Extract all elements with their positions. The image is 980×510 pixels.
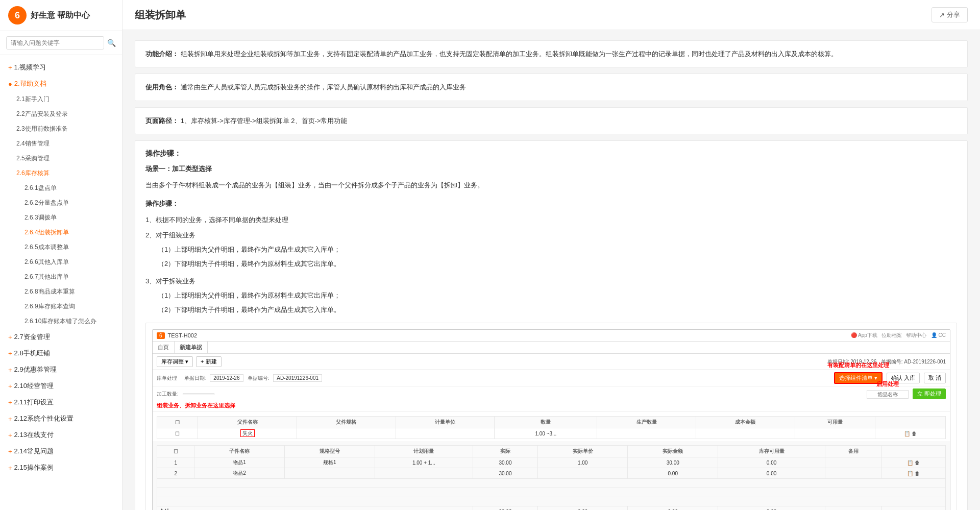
table-row: 1 物品1 规格1 1.00 + 1... 30.00 1.00 30.00 0… bbox=[157, 457, 946, 468]
sidebar-item-cases[interactable]: + 2.15操作案例 bbox=[0, 459, 122, 476]
sim-top-icons: 🔴 App下载 位助档案 帮助中心 👤 CC bbox=[851, 332, 946, 339]
sim-btn-new[interactable]: + 新建 bbox=[196, 356, 221, 367]
sidebar-item-assembly[interactable]: 2.6.4组装拆卸单 bbox=[0, 225, 122, 240]
sidebar-item-stock-ledger[interactable]: 2.6.9库存账本查询 bbox=[0, 299, 122, 314]
sidebar-item-operation[interactable]: + 2.10经营管理 bbox=[0, 378, 122, 394]
sim-type-row: 库单处理 单据日期: 2019-12-26 单据编号: AD-20191226-… bbox=[157, 372, 946, 384]
plus-icon-print: + bbox=[8, 399, 12, 406]
table-footer: 合计 99.08 0.00 0.00 0.00 bbox=[157, 506, 946, 510]
sim-assembly-btn[interactable]: 选择组件清单 ▾ bbox=[834, 372, 883, 384]
sidebar-item-personalize[interactable]: + 2.12系统个性化设置 bbox=[0, 410, 122, 427]
td-available bbox=[795, 428, 875, 439]
sidebar-item-new-user[interactable]: 2.1新手入门 bbox=[0, 92, 122, 107]
sim-enable-input: 货品名称 bbox=[867, 390, 909, 399]
path-text: 1、库存核算->库存管理->组装拆卸单 2、首页->常用功能 bbox=[181, 117, 348, 125]
sim-annotation-section: 库单处理 单据日期: 2019-12-26 单据编号: AD-20191226-… bbox=[153, 370, 950, 386]
sidebar-item-purchase[interactable]: 2.5采购管理 bbox=[0, 151, 122, 166]
minus-icon: ● bbox=[8, 80, 12, 88]
sidebar-item-other-in[interactable]: 2.6.6其他入库单 bbox=[0, 255, 122, 270]
sim-assembly-btn-container: 选择组件清单 ▾ 有装配清单的在这里处理 bbox=[834, 372, 883, 384]
sidebar-item-online-pay[interactable]: + 2.13在线支付 bbox=[0, 427, 122, 443]
th-sub-name: 子件名称 bbox=[194, 446, 285, 457]
sidebar-item-install[interactable]: 2.2产品安装及登录 bbox=[0, 107, 122, 122]
sim-apply-btn[interactable]: 立 即处理 bbox=[913, 388, 946, 399]
th-parent-spec: 父件规格 bbox=[297, 417, 396, 428]
plus-icon-online-pay: + bbox=[8, 431, 12, 439]
sim-btn-back[interactable]: 库存调整 ▾ bbox=[157, 356, 193, 367]
sim-no-label: 单据编号: bbox=[248, 375, 270, 382]
sim-parent-table-section: ☐ 父件名称 父件规格 计量单位 数量 生产数量 成本金额 可用量 bbox=[153, 412, 950, 441]
sim-qty-input bbox=[183, 393, 214, 395]
table-row bbox=[157, 488, 946, 497]
sim-type-inner: 加工数量: 货品名称 启用处理 立 即处理 bbox=[157, 388, 946, 399]
search-input[interactable] bbox=[6, 36, 104, 50]
search-button[interactable]: 🔍 bbox=[107, 39, 116, 47]
sidebar-item-stock-error[interactable]: 2.6.10库存账本错了怎么办 bbox=[0, 314, 122, 329]
sidebar-item-sales[interactable]: 2.4销售管理 bbox=[0, 136, 122, 151]
th-sub-spec: 规格型号 bbox=[284, 446, 375, 457]
scene-one-desc: 当由多个子件材料组装成一个成品的业务为【组装】业务，当由一个父件拆分成多个子产品… bbox=[145, 179, 957, 192]
table-row bbox=[157, 497, 946, 506]
plus-icon-coupon: + bbox=[8, 366, 12, 374]
sidebar-item-mobile[interactable]: + 2.8手机旺铺 bbox=[0, 345, 122, 361]
td-spec bbox=[297, 428, 396, 439]
sidebar-item-adjust[interactable]: 2.6.3调拨单 bbox=[0, 210, 122, 225]
th-action bbox=[875, 417, 945, 428]
sim-nav-bar: 自页 新建单据 bbox=[153, 342, 950, 354]
ops-title: 操作步骤： bbox=[145, 149, 957, 158]
th-parent-name: 父件名称 bbox=[198, 417, 297, 428]
sim-sub-table-section: ☐ 子件名称 规格型号 计划用量 实际 实际单价 实际金额 库存可用量 备用 bbox=[153, 441, 950, 510]
share-button[interactable]: ↗ 分享 bbox=[932, 7, 968, 22]
search-box: 🔍 bbox=[0, 31, 122, 55]
sidebar: 6 好生意 帮助中心 🔍 + 1.视频学习 ● 2.帮助文档 2.1新手入门 2… bbox=[0, 0, 122, 510]
td-unit bbox=[396, 428, 495, 439]
sidebar-item-coupon[interactable]: + 2.9优惠券管理 bbox=[0, 361, 122, 378]
sidebar-item-splitcount[interactable]: 2.6.2分量盘点单 bbox=[0, 196, 122, 210]
sim-enable-container: 货品名称 启用处理 bbox=[867, 390, 909, 398]
td-checkbox: ☐ bbox=[157, 428, 198, 439]
sidebar-item-finance[interactable]: + 2.7资金管理 bbox=[0, 329, 122, 345]
logo-icon: 6 bbox=[8, 6, 27, 25]
sidebar-item-stockcount[interactable]: 2.6.1盘点单 bbox=[0, 181, 122, 196]
th-stock-avail: 库存可用量 bbox=[718, 446, 825, 457]
sim-date-label: 单据日期: bbox=[184, 375, 206, 382]
sidebar-item-video[interactable]: + 1.视频学习 bbox=[0, 59, 122, 76]
plus-icon-personalize: + bbox=[8, 415, 12, 423]
sidebar-item-faq[interactable]: + 2.14常见问题 bbox=[0, 443, 122, 459]
sidebar-item-other-out[interactable]: 2.6.7其他出库单 bbox=[0, 270, 122, 284]
content-area: 功能介绍： 组装拆卸单用来处理企业组装或拆卸等加工业务，支持有固定装配清单的产品… bbox=[122, 30, 980, 510]
sidebar-item-goods-cost[interactable]: 2.6.8商品成本重算 bbox=[0, 284, 122, 299]
th-unit: 计量单位 bbox=[396, 417, 495, 428]
sidebar-item-print[interactable]: + 2.11打印设置 bbox=[0, 394, 122, 410]
function-intro-label: 功能介绍： bbox=[145, 50, 179, 58]
sim-screenshot: 6 TEST-H002 🔴 App下载 位助档案 帮助中心 👤 CC 自页 新建… bbox=[152, 329, 950, 510]
sim-type-text: 加工数量: bbox=[157, 391, 179, 398]
th-cost: 成本金额 bbox=[696, 417, 795, 428]
sim-process-label: 库单处理 bbox=[157, 375, 180, 382]
annotation-enable-label: 启用处理 bbox=[876, 380, 899, 388]
step2-2: （2）下部明细为子件明细，最终作为原材料生成其它出库单。 bbox=[145, 257, 957, 271]
main-header: 组装拆卸单 ↗ 分享 bbox=[122, 0, 980, 30]
td-act: 📋 🗑 bbox=[875, 428, 945, 439]
step1: 1、根据不同的业务，选择不同单据的类型来处理 bbox=[145, 213, 957, 227]
role-text: 通常由生产人员或库管人员完成拆装业务的操作，库管人员确认原材料的出库和产成品的入… bbox=[181, 83, 466, 91]
th-actual-amt: 实际金额 bbox=[628, 446, 718, 457]
sidebar-item-help-doc[interactable]: ● 2.帮助文档 bbox=[0, 76, 122, 92]
sim-cancel-btn[interactable]: 取 消 bbox=[924, 373, 946, 383]
th-checkbox: ☐ bbox=[157, 417, 198, 428]
sim-logo: 6 bbox=[157, 332, 165, 339]
sim-home: 自页 bbox=[153, 342, 175, 353]
sidebar-item-prepare[interactable]: 2.3使用前数据准备 bbox=[0, 122, 122, 136]
table-row: 2 物品2 30.00 0.00 0.00 📋 🗑 bbox=[157, 468, 946, 479]
sidebar-item-cost[interactable]: 2.6.5成本调整单 bbox=[0, 240, 122, 255]
path-label: 页面路径： bbox=[145, 117, 179, 125]
sim-no-val: AD-20191226-001 bbox=[273, 374, 322, 382]
role-label: 使用角色： bbox=[145, 83, 179, 91]
main-content: 组装拆卸单 ↗ 分享 功能介绍： 组装拆卸单用来处理企业组装或拆卸等加工业务，支… bbox=[122, 0, 980, 510]
sidebar-item-inventory[interactable]: 2.6库存核算 bbox=[0, 166, 122, 181]
th-actual: 实际 bbox=[473, 446, 538, 457]
sim-date-val: 2019-12-26 bbox=[210, 374, 243, 382]
td-parent-name: 失火 bbox=[198, 428, 297, 439]
th-qty: 数量 bbox=[495, 417, 597, 428]
sim-sub-table: ☐ 子件名称 规格型号 计划用量 实际 实际单价 实际金额 库存可用量 备用 bbox=[157, 445, 946, 510]
